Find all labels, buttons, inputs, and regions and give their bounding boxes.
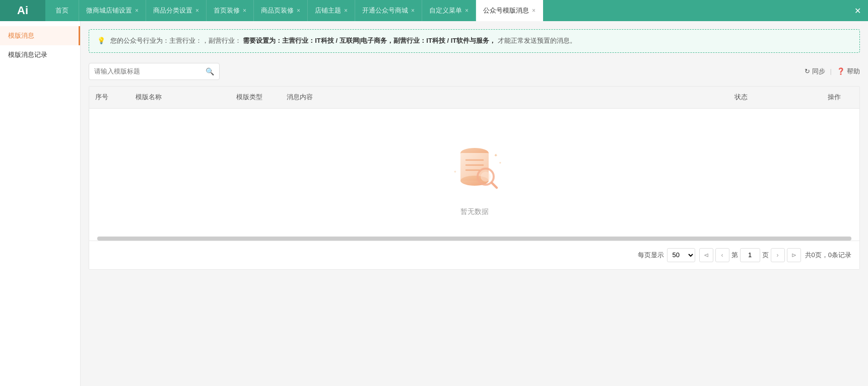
tab-custom-menu[interactable]: 自定义菜单 ×	[422, 0, 476, 21]
sync-label: 同步	[812, 67, 825, 76]
content-area: 💡 您的公众号行业为：主营行业：，副营行业： 需要设置为：主营行业：IT科技 /…	[81, 21, 868, 386]
col-header-name: 模版名称	[129, 93, 230, 102]
empty-text: 暂无数据	[460, 207, 489, 216]
first-page-button[interactable]: ⊲	[699, 248, 713, 262]
tab-close-weshop-settings[interactable]: ×	[135, 7, 139, 14]
per-page-label: 每页显示	[638, 251, 664, 260]
tab-weshop-settings[interactable]: 微商城店铺设置 ×	[79, 0, 146, 21]
toolbar-right: ↻ 同步 | ❓ 帮助	[805, 67, 860, 76]
svg-text:✦: ✦	[494, 152, 498, 158]
empty-illustration: ✦ ✦ ✦	[444, 139, 505, 199]
svg-text:✦: ✦	[453, 170, 457, 174]
horizontal-scrollbar[interactable]	[97, 237, 851, 241]
divider: |	[830, 67, 832, 75]
per-page-select: 每页显示 102050100	[638, 248, 695, 262]
svg-line-8	[492, 183, 497, 188]
sidebar-item-template-msg-log[interactable]: 模版消息记录	[0, 45, 80, 64]
sync-icon: ↻	[805, 67, 810, 75]
notice-banner: 💡 您的公众号行业为：主营行业：，副营行业： 需要设置为：主营行业：IT科技 /…	[89, 29, 860, 53]
tab-category-settings[interactable]: 商品分类设置 ×	[146, 0, 207, 21]
col-header-seq: 序号	[89, 93, 129, 102]
sync-button[interactable]: ↻ 同步	[805, 67, 825, 76]
tab-close-shop-theme[interactable]: ×	[344, 7, 348, 14]
table-header: 序号 模版名称 模版类型 消息内容 状态 操作	[89, 87, 859, 109]
svg-point-7	[481, 172, 491, 182]
tab-close-category-settings[interactable]: ×	[195, 7, 199, 14]
pagination: 每页显示 102050100 ⊲ ‹ 第 页 › ⊳ 共0页，0条记录	[89, 241, 859, 269]
prev-page-button[interactable]: ‹	[715, 248, 729, 262]
help-button[interactable]: ❓ 帮助	[837, 67, 860, 76]
tab-bar: 首页微商城店铺设置 ×商品分类设置 ×首页装修 ×商品页装修 ×店铺主题 ×开通…	[45, 0, 847, 21]
help-label: 帮助	[847, 67, 860, 76]
data-table: 序号 模版名称 模版类型 消息内容 状态 操作	[89, 86, 860, 270]
notice-highlight: 需要设置为：主营行业：IT科技 / 互联网|电子商务，副营行业：IT科技 / I…	[243, 37, 496, 44]
tab-close-open-mall[interactable]: ×	[411, 7, 415, 14]
tab-close-home-decoration[interactable]: ×	[243, 7, 246, 14]
page-prefix: 第	[731, 251, 738, 260]
empty-state: ✦ ✦ ✦ 暂无数据	[89, 109, 859, 237]
search-input-wrap: 🔍	[89, 63, 220, 80]
help-icon: ❓	[837, 67, 845, 75]
last-page-button[interactable]: ⊳	[787, 248, 801, 262]
sidebar: 模版消息模版消息记录	[0, 21, 81, 386]
col-header-status: 状态	[728, 93, 809, 102]
global-close-button[interactable]: ✕	[847, 0, 868, 21]
page-nav: ⊲ ‹ 第 页 › ⊳	[699, 248, 801, 262]
total-label: 共0页，0条记录	[805, 251, 851, 260]
notice-prefix: 您的公众号行业为：主营行业：，副营行业：	[110, 37, 241, 44]
search-input[interactable]	[94, 67, 206, 75]
search-icon[interactable]: 🔍	[206, 67, 214, 75]
tab-close-template-msg[interactable]: ×	[532, 7, 536, 14]
top-nav: Ai 首页微商城店铺设置 ×商品分类设置 ×首页装修 ×商品页装修 ×店铺主题 …	[0, 0, 868, 21]
col-header-action: 操作	[809, 93, 859, 102]
tab-close-product-decoration[interactable]: ×	[297, 7, 300, 14]
notice-suffix: 才能正常发送预置的消息。	[498, 37, 576, 44]
notice-icon: 💡	[97, 37, 105, 44]
col-header-type: 模版类型	[230, 93, 281, 102]
brand-logo: Ai	[0, 0, 45, 21]
next-page-button[interactable]: ›	[771, 248, 785, 262]
tab-home[interactable]: 首页	[45, 0, 79, 21]
tab-template-msg[interactable]: 公众号模版消息 ×	[476, 0, 543, 21]
per-page-dropdown[interactable]: 102050100	[667, 248, 695, 262]
tab-home-decoration[interactable]: 首页装修 ×	[207, 0, 254, 21]
tab-close-custom-menu[interactable]: ×	[465, 7, 469, 14]
svg-text:✦: ✦	[499, 161, 502, 165]
tab-product-decoration[interactable]: 商品页装修 ×	[254, 0, 308, 21]
page-suffix: 页	[762, 251, 769, 260]
page-number-input[interactable]	[740, 248, 760, 262]
tab-open-mall[interactable]: 开通公众号商城 ×	[355, 0, 422, 21]
sidebar-item-template-msg[interactable]: 模版消息	[0, 26, 80, 45]
search-bar: 🔍 ↻ 同步 | ❓ 帮助	[89, 63, 860, 80]
tab-shop-theme[interactable]: 店铺主题 ×	[308, 0, 355, 21]
col-header-content: 消息内容	[281, 93, 728, 102]
main-layout: 模版消息模版消息记录 💡 您的公众号行业为：主营行业：，副营行业： 需要设置为：…	[0, 21, 868, 386]
